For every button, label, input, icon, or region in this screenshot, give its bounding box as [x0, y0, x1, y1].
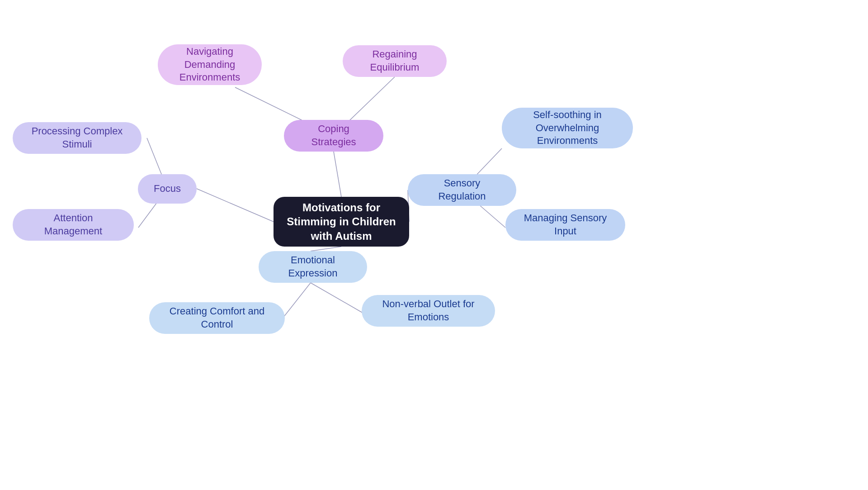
svg-line-3	[197, 189, 274, 222]
sensory-regulation-node: Sensory Regulation	[408, 174, 516, 206]
center-node: Motivations for Stimming in Children wit…	[274, 197, 409, 247]
self-soothing-node: Self-soothing in Overwhelming Environmen…	[502, 108, 633, 148]
managing-sensory-node: Managing Sensory Input	[505, 209, 625, 241]
regaining-node: Regaining Equilibrium	[343, 45, 447, 77]
svg-line-11	[311, 283, 364, 314]
svg-line-10	[280, 283, 311, 321]
emotional-expression-node: Emotional Expression	[259, 251, 367, 283]
svg-line-9	[311, 247, 341, 251]
creating-comfort-node: Creating Comfort and Control	[149, 302, 285, 334]
navigating-node: Navigating Demanding Environments	[158, 44, 262, 85]
svg-line-0	[334, 152, 341, 197]
nonverbal-node: Non-verbal Outlet for Emotions	[362, 295, 495, 327]
focus-node: Focus	[138, 174, 197, 204]
processing-node: Processing Complex Stimuli	[13, 122, 142, 154]
attention-node: Attention Management	[13, 209, 134, 241]
coping-strategies-node: Coping Strategies	[284, 120, 383, 152]
